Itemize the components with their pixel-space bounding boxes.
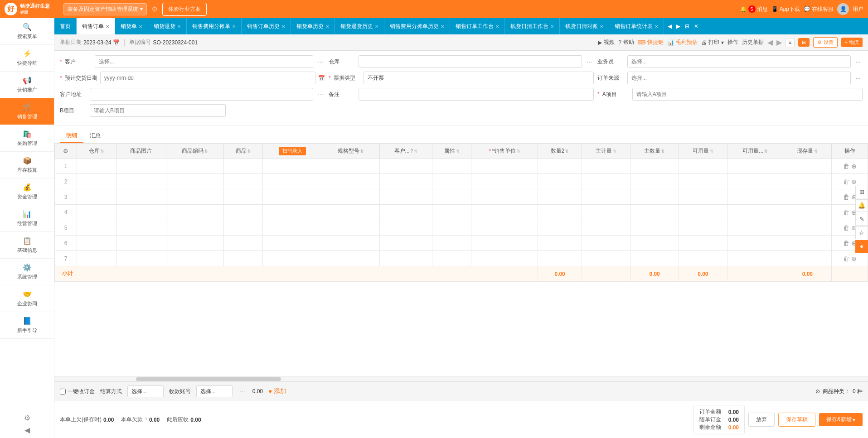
- a-project-input[interactable]: [632, 88, 863, 101]
- row-code[interactable]: [166, 220, 223, 236]
- close-tab-icon[interactable]: ✕: [106, 24, 109, 29]
- th-product[interactable]: 商品 ⇅: [223, 144, 262, 159]
- th-main-unit[interactable]: 主计量 ⇅: [582, 144, 630, 159]
- row-main-qty[interactable]: [630, 174, 679, 189]
- row-spec[interactable]: [322, 159, 379, 174]
- customer-input[interactable]: [95, 55, 314, 68]
- th-attribute[interactable]: 属性 ⇅: [432, 144, 471, 159]
- solution-btn[interactable]: 体验行业方案: [162, 3, 207, 16]
- calendar-icon2[interactable]: 📅: [318, 75, 325, 81]
- print-dropdown[interactable]: ▾: [721, 39, 724, 46]
- row-main-qty[interactable]: [630, 189, 679, 205]
- delete-row-btn[interactable]: 🗑: [843, 224, 849, 231]
- warehouse-input[interactable]: 成品库: [359, 55, 582, 68]
- close-tab-icon[interactable]: ✕: [550, 24, 554, 29]
- calendar-icon[interactable]: 📅: [113, 39, 120, 46]
- app-download-btn[interactable]: 📱 App下载: [771, 5, 800, 13]
- row-code[interactable]: [166, 189, 223, 205]
- row-customer-code[interactable]: [379, 205, 432, 220]
- b-project-input[interactable]: [90, 104, 226, 117]
- nav-next-record-icon[interactable]: ▶: [776, 38, 782, 47]
- salesperson-dots-btn[interactable]: ···: [853, 58, 863, 65]
- close-tab-icon[interactable]: ✕: [375, 24, 378, 29]
- row-unit[interactable]: [471, 236, 538, 251]
- row-product[interactable]: [223, 236, 262, 251]
- tab-return[interactable]: 销货退货 ✕: [148, 18, 187, 34]
- tab-sales-order[interactable]: 销售订单 ✕: [77, 18, 115, 34]
- sidebar-item-operations[interactable]: 📊 经营管理: [0, 205, 54, 232]
- list-view-btn[interactable]: ≡: [786, 38, 795, 47]
- row-main-unit[interactable]: [582, 159, 630, 174]
- row-attribute[interactable]: [432, 159, 471, 174]
- tab-invoice[interactable]: 销货单 ✕: [115, 18, 148, 34]
- nav-next-icon[interactable]: ▶: [674, 22, 682, 30]
- row-unit[interactable]: [471, 220, 538, 236]
- tab-expense-history[interactable]: 销售费用分摊单历史 ✕: [384, 18, 450, 34]
- right-panel-bell-btn[interactable]: 🔔: [855, 199, 868, 212]
- scan-btn[interactable]: 扫码录入: [279, 147, 306, 155]
- sidebar-item-marketing[interactable]: 📢 营销推广: [0, 72, 54, 98]
- account-select[interactable]: 选择...: [196, 385, 233, 397]
- delete-row-btn[interactable]: 🗑: [843, 193, 849, 201]
- row-main-qty[interactable]: [630, 236, 679, 251]
- gear-bottom-icon[interactable]: ⚙: [24, 414, 30, 422]
- salesperson-input[interactable]: [627, 55, 851, 68]
- delete-row-btn[interactable]: 🗑: [843, 178, 849, 185]
- sidebar-item-shortcut[interactable]: ⚡ 快捷导航: [0, 45, 54, 72]
- scrollbar-thumb[interactable]: [136, 377, 281, 381]
- th-stock[interactable]: 现存量 ⇅: [783, 144, 832, 159]
- row-unit[interactable]: [471, 174, 538, 189]
- tab-order-history[interactable]: 销售订单历史 ✕: [242, 18, 291, 34]
- row-quantity2[interactable]: [538, 236, 582, 251]
- add-logistics-btn[interactable]: + 物流: [841, 38, 863, 47]
- row-attribute[interactable]: [432, 174, 471, 189]
- sidebar-item-search[interactable]: 🔍 搜索菜单: [0, 18, 54, 45]
- right-panel-star-btn[interactable]: ☆: [855, 226, 868, 239]
- tab-summary[interactable]: 汇总: [83, 129, 107, 143]
- row-main-unit[interactable]: [582, 220, 630, 236]
- copy-row-btn[interactable]: ⊕: [851, 163, 857, 170]
- row-unit[interactable]: [471, 159, 538, 174]
- row-customer-code[interactable]: [379, 251, 432, 266]
- row-main-unit[interactable]: [582, 251, 630, 266]
- row-customer-code[interactable]: [379, 236, 432, 251]
- ticket-type-select[interactable]: 不开票: [364, 72, 594, 84]
- row-code[interactable]: [166, 236, 223, 251]
- row-main-qty[interactable]: [630, 220, 679, 236]
- row-code[interactable]: [166, 251, 223, 266]
- row-warehouse[interactable]: [77, 236, 116, 251]
- th-available[interactable]: 可用量 ⇅: [679, 144, 727, 159]
- shortcut-btn[interactable]: ⌨ 快捷键: [638, 39, 664, 46]
- th-main-qty[interactable]: 主数量 ⇅: [630, 144, 679, 159]
- delete-row-btn[interactable]: 🗑: [843, 240, 849, 247]
- row-customer-code[interactable]: [379, 159, 432, 174]
- row-unit[interactable]: [471, 205, 538, 220]
- tab-stats[interactable]: 销售订单统计表 ✕: [609, 18, 664, 34]
- sidebar-item-basic[interactable]: 📋 基础信息: [0, 232, 54, 259]
- nav-menu-icon[interactable]: ⊟: [683, 22, 691, 30]
- row-quantity2[interactable]: [538, 189, 582, 205]
- close-tab-icon[interactable]: ✕: [600, 24, 603, 29]
- save-draft-btn[interactable]: 保存草稿: [778, 413, 815, 427]
- row-main-qty[interactable]: [630, 251, 679, 266]
- row-code[interactable]: [166, 205, 223, 220]
- th-unit[interactable]: * *销售单位 ⇅: [471, 144, 538, 159]
- close-tab-icon[interactable]: ✕: [495, 24, 499, 29]
- delete-row-btn[interactable]: 🗑: [843, 209, 849, 216]
- nav-prev-icon[interactable]: ◀: [666, 22, 674, 30]
- payment-method-select[interactable]: 选择...: [127, 385, 164, 397]
- nav-prev-record-icon[interactable]: ◀: [767, 38, 773, 47]
- row-customer-code[interactable]: [379, 220, 432, 236]
- row-product[interactable]: [223, 159, 262, 174]
- row-attribute[interactable]: [432, 236, 471, 251]
- close-tab-icon[interactable]: ✕: [232, 24, 236, 29]
- address-dots-btn[interactable]: ···: [316, 91, 325, 98]
- row-quantity2[interactable]: [538, 205, 582, 220]
- row-spec[interactable]: [322, 251, 379, 266]
- row-main-unit[interactable]: [582, 174, 630, 189]
- th-available2[interactable]: 可用量... ⇅: [727, 144, 783, 159]
- row-spec[interactable]: [322, 174, 379, 189]
- row-customer-code[interactable]: [379, 189, 432, 205]
- row-spec[interactable]: [322, 205, 379, 220]
- close-tab-icon[interactable]: ✕: [139, 24, 142, 29]
